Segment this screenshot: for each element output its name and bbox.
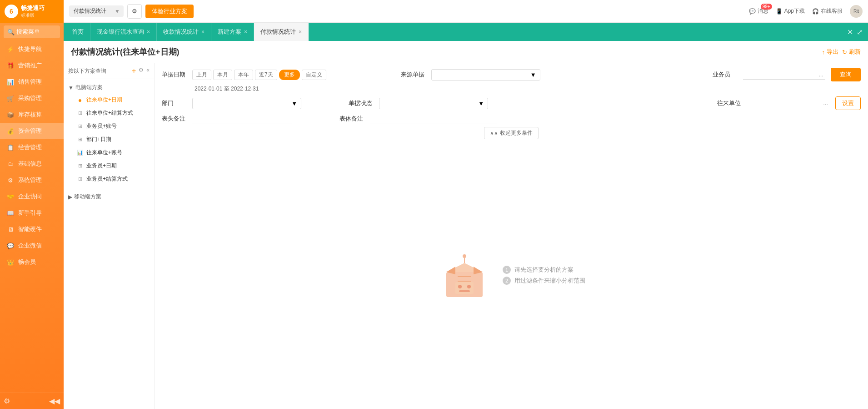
add-scheme-button[interactable]: + [132,67,136,75]
collapse-more-button[interactable]: ∧∧ 收起更多条件 [484,127,539,139]
more-date-button[interactable]: 更多 [279,70,300,80]
sidebar-search[interactable]: 🔍 搜索菜单 [4,25,60,38]
svg-rect-9 [459,290,470,292]
purchase-icon: 🛒 [6,94,15,102]
header-settings-button[interactable]: ⚙ [127,4,142,19]
app-download-button[interactable]: 📱 App下载 [776,7,805,15]
scheme-panel-header-left: 按以下方案查询 [68,67,106,75]
sidebar-item-system[interactable]: ⚙ 系统管理 [0,172,64,188]
scheme-item-dept-date[interactable]: ⊞ 部门+日期 [64,133,154,146]
tab-collection[interactable]: 收款情况统计 × [157,23,211,41]
svg-rect-6 [455,282,474,294]
tab-payment-stat-close[interactable]: × [299,29,302,35]
filter-row-2: 部门 ▼ 单据状态 ▼ 往来单位 [162,96,861,110]
custom-date-button[interactable]: 自定义 [302,70,326,80]
scheme-group-mobile-title[interactable]: ▶ 移动端方案 [64,191,154,202]
dept-select[interactable]: ▼ [192,98,301,109]
tab-home[interactable]: 首页 [65,23,90,41]
scheme-grid-icon3: ⊞ [76,136,84,143]
tab-new-scheme[interactable]: 新建方案 × [211,23,254,41]
user-avatar[interactable]: Rit [850,5,863,18]
filter-row-3: 表头备注 表体备注 [162,114,861,123]
sidebar-item-finance[interactable]: 💰 资金管理 [0,123,64,139]
sidebar-collapse-button[interactable]: ◀◀ [49,397,60,405]
tab-collection-label: 收款情况统计 [163,28,199,36]
sidebar-item-label: 企业协同 [18,192,42,201]
operation-icon: 📋 [6,143,15,151]
refresh-button[interactable]: ↻ 刷新 [842,48,861,56]
salesman-more-button[interactable]: ... [817,71,825,78]
sidebar-item-label: 库存核算 [18,111,42,119]
message-button[interactable]: 💬 消息 99+ [749,7,768,15]
scheme-collapse-button[interactable]: « [146,67,150,75]
sidebar-item-basic-info[interactable]: 🗂 基础信息 [0,156,64,172]
phone-icon: 📱 [776,8,783,15]
scheme-item-unit-date[interactable]: ● 往来单位+日期 [64,93,154,106]
scheme-item-salesman-date[interactable]: ⊞ 业务员+日期 [64,159,154,172]
header-note-input[interactable] [192,114,292,123]
sidebar-item-inventory[interactable]: 📦 库存核算 [0,106,64,123]
sidebar-item-purchase[interactable]: 🛒 采购管理 [0,90,64,106]
source-doc-select[interactable]: ▼ [431,69,540,81]
sidebar-item-operation[interactable]: 📋 经营管理 [0,139,64,156]
tab-payment-stat[interactable]: 付款情况统计 × [254,23,309,41]
partner-input[interactable] [748,99,821,108]
empty-state: 1 请先选择要分析的方案 2 用过滤条件来缩小分析范围 [155,144,868,409]
sidebar-item-smart-hw[interactable]: 🖥 智能硬件 [0,221,64,237]
last-7days-button[interactable]: 近7天 [255,70,277,80]
sidebar-footer: ⚙ ◀◀ [0,393,64,409]
avatar-text: Rit [853,9,859,14]
last-month-button[interactable]: 上月 [192,70,211,80]
sidebar: 6 畅捷通巧 标准版 🔍 搜索菜单 ⚡ 快捷导航 🎁 营销推广 📊 销售管理 🛒… [0,0,64,409]
svg-point-11 [463,254,466,258]
search-icon: 🔍 [7,29,15,35]
this-year-button[interactable]: 本年 [234,70,253,80]
tab-expand-button[interactable]: ⤢ [857,28,863,36]
body-note-input[interactable] [370,114,497,123]
sidebar-item-sales[interactable]: 📊 销售管理 [0,74,64,90]
doc-status-dropdown-icon: ▼ [478,100,484,107]
sidebar-item-wechat[interactable]: 💬 企业微信 [0,237,64,254]
settings-button[interactable]: 设置 [835,96,861,110]
salesman-input[interactable] [743,70,817,79]
scheme-item-unit-payment[interactable]: ⊞ 往来单位+结算方式 [64,106,154,120]
this-month-button[interactable]: 本月 [213,70,232,80]
partner-more-button[interactable]: ... [821,100,830,106]
scheme-item-unit-account[interactable]: 📊 往来单位+账号 [64,146,154,159]
main-area: 付款情况统计 ▼ ⚙ 体验行业方案 💬 消息 99+ 📱 App下载 🎧 在线客… [64,0,868,409]
query-button[interactable]: 查询 [831,68,861,81]
svg-point-7 [458,285,462,288]
scheme-settings-button[interactable]: ⚙ [139,67,144,75]
logo-sub: 标准版 [21,12,45,19]
system-icon: ⚙ [6,176,15,184]
sidebar-item-member[interactable]: 👑 畅会员 [0,254,64,270]
scheme-item-salesman-account[interactable]: ⊞ 业务员+账号 [64,120,154,133]
tab-close-all-button[interactable]: ✕ [847,28,853,36]
breadcrumb-dropdown-icon[interactable]: ▼ [115,8,120,15]
export-button[interactable]: ↑ 导出 [822,48,839,56]
dept-label: 部门 [162,99,187,107]
hint-num-1: 1 [503,266,511,274]
export-icon: ↑ [822,49,825,56]
trial-industry-button[interactable]: 体验行业方案 [145,5,194,18]
sidebar-settings-button[interactable]: ⚙ [4,397,10,405]
online-service-button[interactable]: 🎧 在线客服 [812,7,843,15]
source-doc-dropdown-icon: ▼ [530,71,536,78]
tab-new-scheme-close[interactable]: × [244,29,247,35]
main-body: 按以下方案查询 + ⚙ « ▼ 电脑端方案 ● 往来单位+日期 [64,63,868,409]
svg-point-8 [467,285,471,288]
tab-collection-close[interactable]: × [201,29,205,35]
sidebar-item-marketing[interactable]: 🎁 营销推广 [0,57,64,74]
dept-dropdown-icon: ▼ [291,100,297,107]
doc-status-select[interactable]: ▼ [379,98,488,109]
scheme-grid-icon: ⊞ [76,110,84,117]
tab-bank-flow[interactable]: 现金银行流水查询 × [90,23,157,41]
scheme-group-desktop-title[interactable]: ▼ 电脑端方案 [64,82,154,93]
quick-nav-icon: ⚡ [6,45,15,53]
sidebar-item-guide[interactable]: 📖 新手引导 [0,205,64,221]
sidebar-item-enterprise[interactable]: 🤝 企业协同 [0,188,64,205]
refresh-icon: ↻ [842,49,847,56]
tab-bank-flow-close[interactable]: × [147,29,150,35]
sidebar-item-quick-nav[interactable]: ⚡ 快捷导航 [0,41,64,57]
scheme-item-salesman-payment[interactable]: ⊞ 业务员+结算方式 [64,172,154,186]
